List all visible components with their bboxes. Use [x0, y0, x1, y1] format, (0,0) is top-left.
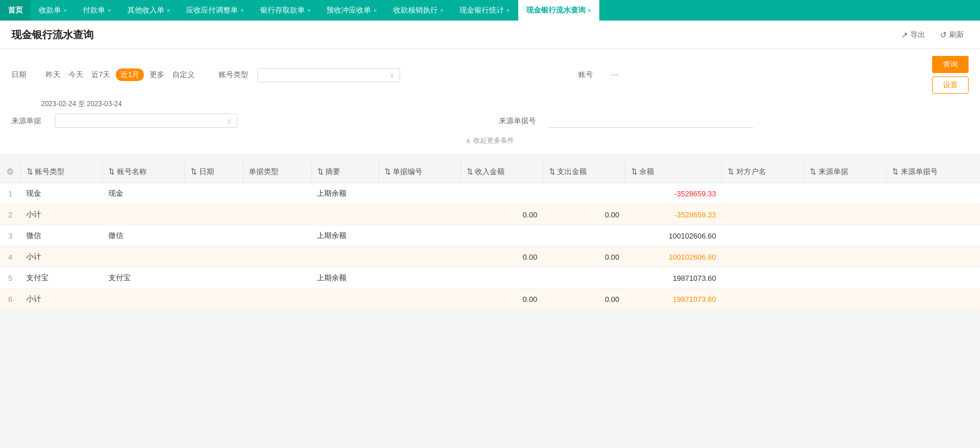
date-opt-7days[interactable]: 近7天	[89, 68, 112, 81]
nav-other-income-close[interactable]: ×	[167, 7, 170, 14]
col-summary: ⇅ 摘要	[311, 161, 378, 183]
row-expense: 0.00	[543, 247, 625, 268]
nav-receipt-verify-close[interactable]: ×	[440, 7, 443, 14]
row-source-doc	[804, 204, 886, 225]
date-opt-more[interactable]: 更多	[147, 68, 167, 81]
row-account-name: 微信	[103, 225, 185, 247]
nav-prepay-flush-label: 预收冲应收单	[326, 5, 371, 15]
nav-ar-ap-adjust[interactable]: 应收应付调整单 ×	[178, 0, 252, 21]
row-doc-no	[378, 247, 461, 268]
row-summary	[311, 204, 378, 225]
settings-button[interactable]: 设置	[932, 76, 969, 94]
row-num: 3	[0, 225, 21, 247]
date-opt-1month[interactable]: 近1月	[116, 68, 144, 81]
row-account-name	[103, 247, 185, 268]
table-body: 1 现金 现金 上期余额 -3528659.33 2 小计 0.00 0.00 …	[0, 183, 980, 310]
row-income: 0.00	[461, 247, 543, 268]
row-date	[185, 268, 243, 289]
col-doc-no: ⇅ 单据编号	[378, 161, 461, 183]
table-row[interactable]: 4 小计 0.00 0.00 100102606.60	[0, 247, 980, 268]
nav-other-income[interactable]: 其他收入单 ×	[119, 0, 178, 21]
nav-bank-stats-close[interactable]: ×	[506, 7, 510, 14]
date-opt-custom[interactable]: 自定义	[170, 68, 197, 81]
row-doc-no	[378, 289, 461, 310]
date-opt-today[interactable]: 今天	[66, 68, 86, 81]
row-counterparty	[722, 225, 804, 247]
row-account-type: 微信	[21, 225, 103, 247]
nav-receipt[interactable]: 收款单 ×	[31, 0, 75, 21]
row-doc-type	[243, 204, 311, 225]
row-expense: 0.00	[543, 204, 625, 225]
account-type-label: 账号类型	[219, 70, 248, 80]
collapse-up-icon: ∧	[466, 137, 471, 145]
row-doc-type	[243, 289, 311, 310]
row-expense: 0.00	[543, 289, 625, 310]
nav-ar-ap-adjust-close[interactable]: ×	[240, 7, 244, 14]
row-balance: 19871073.60	[625, 289, 721, 310]
row-summary: 上期余额	[311, 268, 378, 289]
query-button[interactable]: 查询	[932, 56, 969, 73]
row-source-doc-no	[886, 225, 980, 247]
row-expense	[543, 183, 625, 204]
table-row[interactable]: 2 小计 0.00 0.00 -3528659.33	[0, 204, 980, 225]
nav-bank-flow-close[interactable]: ×	[588, 7, 591, 14]
row-expense	[543, 268, 625, 289]
header-actions: ↗ 导出 ↺ 刷新	[897, 27, 969, 42]
nav-bank-stats[interactable]: 现金银行统计 ×	[451, 0, 518, 21]
table-row[interactable]: 1 现金 现金 上期余额 -3528659.33	[0, 183, 980, 204]
row-doc-no	[378, 183, 461, 204]
collapse-bar[interactable]: ∧ 收起更多条件	[11, 134, 969, 150]
nav-home-label: 首页	[8, 5, 23, 15]
col-date: ⇅ 日期	[185, 161, 243, 183]
nav-receipt-verify[interactable]: 收款核销执行 ×	[385, 0, 451, 21]
table-row[interactable]: 6 小计 0.00 0.00 19871073.60	[0, 289, 980, 310]
row-num: 2	[0, 204, 21, 225]
nav-payment[interactable]: 付款单 ×	[75, 0, 119, 21]
row-counterparty	[722, 268, 804, 289]
source-doc-select[interactable]: ∨	[55, 114, 237, 128]
row-summary	[311, 289, 378, 310]
nav-bank-deposit-close[interactable]: ×	[307, 7, 310, 14]
row-source-doc-no	[886, 289, 980, 310]
date-range-display: 2023-02-24 至 2023-03-24	[39, 99, 969, 109]
nav-receipt-close[interactable]: ×	[63, 7, 67, 14]
page-title: 现金银行流水查询	[11, 28, 94, 42]
row-account-name: 支付宝	[103, 268, 185, 289]
row-income: 0.00	[461, 204, 543, 225]
collapse-label: 收起更多条件	[473, 136, 514, 146]
row-doc-no	[378, 268, 461, 289]
row-balance: 19871073.60	[625, 268, 721, 289]
row-account-type: 支付宝	[21, 268, 103, 289]
nav-bank-deposit[interactable]: 银行存取款单 ×	[252, 0, 318, 21]
nav-bank-flow[interactable]: 现金银行流水查询 ×	[518, 0, 599, 21]
date-opt-yesterday[interactable]: 昨天	[43, 68, 63, 81]
row-counterparty	[722, 247, 804, 268]
table-row[interactable]: 3 微信 微信 上期余额 100102606.60	[0, 225, 980, 247]
row-income	[461, 268, 543, 289]
nav-home[interactable]: 首页	[0, 0, 31, 21]
row-date	[185, 289, 243, 310]
source-doc-filter: 来源单据 ∨	[11, 114, 482, 128]
refresh-button[interactable]: ↺ 刷新	[935, 27, 969, 42]
nav-prepay-flush-close[interactable]: ×	[373, 7, 377, 14]
nav-other-income-label: 其他收入单	[127, 5, 164, 15]
account-more-icon[interactable]: ···	[610, 70, 618, 80]
table-header-row: ⚙ ⇅ 账号类型 ⇅ 账号名称 ⇅ 日期 单据类型 ⇅ 摘要 ⇅ 单据编号 ⇅ …	[0, 161, 980, 183]
source-doc-num-input[interactable]	[548, 114, 753, 128]
table-row[interactable]: 5 支付宝 支付宝 上期余额 19871073.60	[0, 268, 980, 289]
account-type-chevron: ∨	[389, 71, 395, 79]
nav-payment-close[interactable]: ×	[107, 7, 111, 14]
nav-prepay-flush[interactable]: 预收冲应收单 ×	[318, 0, 385, 21]
row-num: 5	[0, 268, 21, 289]
action-buttons: 查询 设置	[932, 56, 969, 94]
source-doc-num-filter: 来源单据号	[499, 114, 969, 128]
date-options: 昨天 今天 近7天 近1月 更多 自定义	[43, 68, 197, 81]
row-account-name	[103, 289, 185, 310]
row-num: 4	[0, 247, 21, 268]
row-doc-type	[243, 247, 311, 268]
gear-icon[interactable]: ⚙	[6, 167, 14, 176]
page-header: 现金银行流水查询 ↗ 导出 ↺ 刷新	[0, 21, 980, 49]
col-expense: ⇅ 支出金额	[543, 161, 625, 183]
export-button[interactable]: ↗ 导出	[897, 27, 930, 42]
account-type-select[interactable]: ∨	[257, 68, 400, 82]
